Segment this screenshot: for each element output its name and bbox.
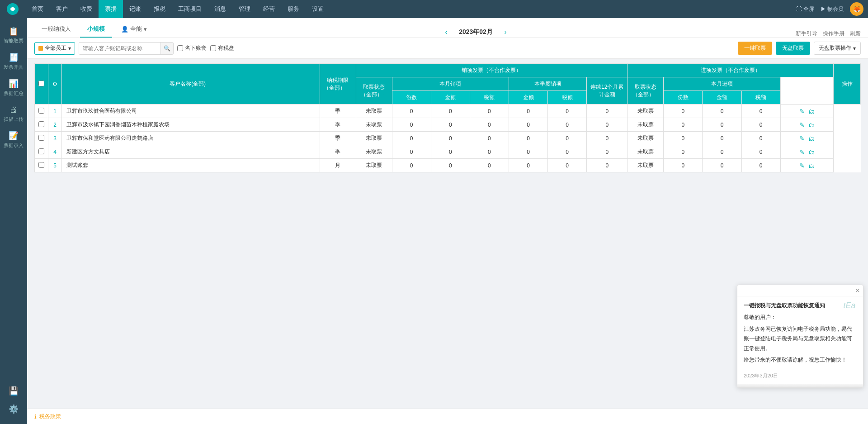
nav-settings[interactable]: 设置 [306,0,330,18]
search-box: 🔍 [79,42,174,55]
table-row: 4 新建区方方文具店 季 未取票 0 0 0 0 0 0 未取票 0 0 0 ✎… [35,145,861,159]
new-guide-btn[interactable]: 新手引导 [796,30,817,38]
row-quarter-amount: 0 [509,159,547,172]
th-purchase-tax: 税额 [741,91,780,105]
tab-all-capable[interactable]: 👤 全能 ▾ [114,21,154,38]
issue-invoice-icon: 🧾 [9,52,19,62]
nav-service[interactable]: 服务 [281,0,306,18]
tax-policy-link[interactable]: 税务政策 [39,413,61,420]
sidebar-item-issue-invoice[interactable]: 🧾 发票开具 [1,49,26,73]
row-checkbox[interactable] [35,118,48,132]
vip-btn[interactable]: ▶ 畅会员 [821,5,844,13]
staff-filter[interactable]: 全部员工 ▾ [34,42,75,55]
row-sale-cancel-status: 未取票 [356,145,392,159]
smart-ticket-icon: 📋 [9,26,19,36]
detail-btn[interactable]: 🗂 [808,121,815,129]
detail-btn[interactable]: 🗂 [808,148,815,156]
nav-message[interactable]: 消息 [208,0,232,18]
row-sale-cancel-status: 未取票 [356,105,392,118]
nav-operation[interactable]: 经营 [257,0,281,18]
row-quarter-amount: 0 [509,145,547,159]
edit-btn[interactable]: ✎ [799,148,805,156]
edit-btn[interactable]: ✎ [799,162,805,169]
under-account-checkbox[interactable] [177,45,183,51]
nav-accounting[interactable]: 记账 [123,0,147,18]
one-key-ticket-btn[interactable]: 一键取票 [738,42,772,55]
row-purchase-cancel-status: 未取票 [627,159,664,172]
next-period-btn[interactable]: › [500,27,511,38]
search-input[interactable] [79,45,160,52]
nav-billing[interactable]: 收费 [74,0,99,18]
sidebar-item-smart-ticket[interactable]: 📋 智能取票 [1,23,26,47]
row-cum12: 0 [587,159,627,172]
sidebar-download[interactable]: 💾 [1,382,26,399]
ticket-entry-icon: 📝 [9,131,19,141]
row-purchase-amount: 0 [703,159,741,172]
row-period: 季 [320,105,356,118]
th-ops: 操作 [834,64,861,105]
staff-dot [38,46,43,51]
avatar[interactable]: 🦊 [850,2,863,16]
tab-small-scale[interactable]: 小规模 [80,21,112,38]
row-period: 季 [320,118,356,132]
row-sale-shares: 0 [392,145,431,159]
sidebar-item-scan-upload[interactable]: 🖨 扫描上传 [1,101,26,125]
row-sale-amount: 0 [431,105,470,118]
nav-manage[interactable]: 管理 [232,0,257,18]
toolbar: 全部员工 ▾ 🔍 名下账套 有税盘 一键取票 无盘取票 [27,38,868,59]
notification-close-btn[interactable]: ✕ [855,287,860,294]
row-checkbox[interactable] [35,105,48,118]
row-checkbox[interactable] [35,145,48,159]
row-sale-tax: 0 [470,132,509,145]
nav-customer[interactable]: 客户 [50,0,74,18]
edit-btn[interactable]: ✎ [799,108,805,115]
no-disk-ticket-btn[interactable]: 无盘取票 [776,42,810,55]
row-quarter-tax: 0 [548,132,587,145]
row-checkbox[interactable] [35,132,48,145]
prev-period-btn[interactable]: ‹ [441,27,452,38]
sidebar-item-invoice-summary[interactable]: 📊 票据汇总 [1,75,26,100]
row-sale-amount: 0 [431,159,470,172]
refresh-btn[interactable]: 刷新 [850,30,861,38]
nav-home[interactable]: 首页 [25,0,50,18]
nav-items: 首页 客户 收费 票据 记账 报税 工商项目 消息 管理 经营 服务 设置 [25,0,796,18]
th-purchase-invoice: 进项发票（不合作废票） [627,64,834,77]
detail-btn[interactable]: 🗂 [808,135,815,142]
tab-general-taxpayer[interactable]: 一般纳税人 [34,21,78,38]
search-button[interactable]: 🔍 [160,42,173,55]
row-sale-cancel-status: 未取票 [356,132,392,145]
manual-btn[interactable]: 操作手册 [823,30,844,38]
nav-tax[interactable]: 报税 [147,0,172,18]
invoice-summary-icon: 📊 [9,79,19,89]
row-checkbox[interactable] [35,159,48,172]
row-sale-amount: 0 [431,145,470,159]
under-account-filter[interactable]: 名下账套 [177,44,207,52]
tax-policy-icon: ℹ [34,414,37,420]
row-purchase-tax: 0 [741,132,780,145]
sidebar-gear[interactable]: ⚙️ [1,400,26,417]
nav-invoice[interactable]: 票据 [99,0,123,18]
notification-header: ✕ [737,285,863,296]
no-disk-ops-btn[interactable]: 无盘取票操作 ▾ [814,42,861,55]
th-this-month-purchase: 本月进项 [664,77,780,91]
nav-business[interactable]: 工商项目 [172,0,208,18]
edit-btn[interactable]: ✎ [799,135,805,142]
has-tax-disk-filter[interactable]: 有税盘 [210,44,234,52]
notification-scrollbar[interactable] [737,384,863,387]
sidebar-item-ticket-entry[interactable]: 📝 票据录入 [1,127,26,152]
has-tax-disk-checkbox[interactable] [210,45,216,51]
detail-btn[interactable]: 🗂 [808,162,815,169]
row-actions: ✎ 🗂 [780,105,833,118]
row-purchase-cancel-status: 未取票 [627,145,664,159]
row-quarter-amount: 0 [509,105,547,118]
row-period: 月 [320,159,356,172]
th-settings: ⚙ [48,64,62,105]
edit-btn[interactable]: ✎ [799,121,805,129]
select-all-checkbox[interactable] [38,81,44,86]
fullscreen-btn[interactable]: ⛶ 全屏 [796,5,814,13]
nav-right: ⛶ 全屏 ▶ 畅会员 🦊 [796,2,863,16]
row-cum12: 0 [587,145,627,159]
detail-btn[interactable]: 🗂 [808,108,815,115]
row-cum12: 0 [587,132,627,145]
notification-body: tEa 一键报税与无盘取票功能恢复通知 尊敬的用户： 江苏政务网已恢复访问电子税… [737,296,863,370]
